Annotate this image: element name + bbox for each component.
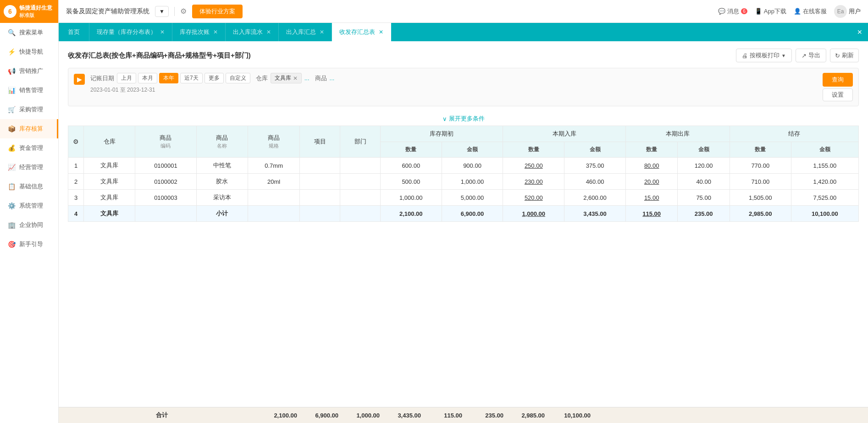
col-goods-name-header: 商品名称 — [196, 126, 248, 158]
filter-expand-btn[interactable]: ▶ — [74, 74, 85, 85]
tab-inventory-dist[interactable]: 现存量（库存分布表） ✕ — [89, 23, 172, 41]
service-label: 在线客服 — [803, 7, 827, 16]
row-in-qty[interactable]: 520.00 — [503, 190, 564, 206]
date-btn-last-month[interactable]: 上月 — [117, 73, 136, 83]
tab-close-icon[interactable]: ✕ — [213, 29, 218, 35]
tab-bar: 首页 现存量（库存分布表） ✕ 库存批次账 ✕ 出入库流水 ✕ 出入库汇总 ✕ … — [59, 23, 868, 41]
page-title: 收发存汇总表(按仓库+商品编码+商品+规格型号+项目+部门) — [68, 51, 251, 60]
sidebar-item-finance[interactable]: 💰 资金管理 — [0, 138, 58, 158]
row-out-qty[interactable]: 80.00 — [625, 158, 678, 174]
tab-home[interactable]: 首页 — [59, 23, 89, 41]
date-btn-this-month[interactable]: 本月 — [138, 73, 157, 83]
warehouse-tag[interactable]: 文具库 ✕ — [271, 73, 302, 83]
warehouse-tag-close[interactable]: ✕ — [293, 75, 298, 82]
message-btn[interactable]: 💬 消息 6 — [718, 7, 747, 16]
table-settings-header[interactable]: ⚙ — [68, 126, 84, 158]
col-closing-header: 结存 — [730, 126, 858, 142]
row-warehouse: 文具库 — [84, 206, 135, 222]
sidebar-item-enterprise[interactable]: 🏢 企业协同 — [0, 215, 58, 235]
tab-close-icon[interactable]: ✕ — [266, 29, 271, 35]
refresh-icon: ↻ — [835, 52, 840, 59]
sidebar-item-guide[interactable]: 🎯 新手引导 — [0, 235, 58, 254]
tab-recv-send[interactable]: 收发存汇总表 ✕ — [332, 23, 391, 41]
sidebar-item-label: 库存核算 — [19, 125, 43, 133]
sidebar-item-sales[interactable]: 📊 销售管理 — [0, 81, 58, 100]
warehouse-more-btn[interactable]: ... — [304, 75, 310, 82]
col-warehouse-header: 仓库 — [84, 126, 135, 158]
row-in-qty[interactable]: 1,000.00 — [503, 206, 564, 222]
row-warehouse: 文具库 — [84, 158, 135, 174]
sidebar-item-quick-nav[interactable]: ⚡ 快捷导航 — [0, 42, 58, 61]
goods-more-btn[interactable]: ... — [330, 75, 335, 82]
sidebar-item-base-info[interactable]: 📋 基础信息 — [0, 177, 58, 196]
date-btn-more[interactable]: 更多 — [205, 73, 224, 83]
dropdown-arrow-icon: ▼ — [159, 8, 165, 15]
warehouse-label: 仓库 — [256, 74, 268, 82]
data-table: ⚙ 仓库 商品编码 商品名称 商品规格 项目 部门 库存期初 本期入库 本期出库… — [68, 126, 859, 222]
tab-home-label: 首页 — [68, 28, 80, 36]
row-in-amt: 2,600.00 — [564, 190, 626, 206]
sidebar-item-label: 系统管理 — [19, 202, 43, 210]
guide-icon: 🎯 — [7, 241, 16, 248]
row-opening-qty: 2,100.00 — [380, 206, 442, 222]
app-download-label: App下载 — [764, 7, 786, 16]
gear-icon[interactable]: ⚙ — [73, 138, 79, 145]
export-btn[interactable]: ↗ 导出 — [796, 49, 826, 62]
sidebar-item-purchase[interactable]: 🛒 采购管理 — [0, 100, 58, 119]
app-sub: 标准版 — [19, 12, 52, 19]
page-container: 收发存汇总表(按仓库+商品编码+商品+规格型号+项目+部门) 🖨 按模板打印 ▼… — [59, 41, 868, 423]
title-actions: 🖨 按模板打印 ▼ ↗ 导出 ↻ 刷新 — [736, 49, 859, 62]
print-btn[interactable]: 🖨 按模板打印 ▼ — [736, 49, 792, 62]
enterprise-icon: 🏢 — [7, 221, 16, 229]
row-out-qty[interactable]: 15.00 — [625, 190, 678, 206]
tab-close-icon[interactable]: ✕ — [160, 29, 165, 35]
sidebar-item-search[interactable]: 🔍 搜索菜单 — [0, 23, 58, 42]
col-opening-amt-header: 金额 — [442, 142, 503, 158]
tab-active-close-icon[interactable]: ✕ — [379, 29, 383, 35]
sidebar-item-label: 采购管理 — [19, 105, 43, 114]
expand-more-row[interactable]: ∨ 展开更多条件 — [68, 112, 859, 126]
tab-bar-close[interactable]: ✕ — [851, 23, 868, 41]
date-range-display: 2023-01-01 至 2023-12-31 — [90, 86, 817, 94]
tab-inout-flow[interactable]: 出入库流水 ✕ — [226, 23, 279, 41]
trial-btn[interactable]: 体验行业方案 — [192, 5, 243, 18]
row-goods-name: 采访本 — [196, 190, 248, 206]
row-in-amt: 375.00 — [564, 158, 626, 174]
tab-inout-summary[interactable]: 出入库汇总 ✕ — [279, 23, 332, 41]
sidebar-item-operations[interactable]: 📈 经营管理 — [0, 158, 58, 177]
row-in-qty[interactable]: 250.00 — [503, 158, 564, 174]
search-btn[interactable]: 查询 — [823, 73, 853, 87]
row-opening-qty: 600.00 — [380, 158, 442, 174]
system-dropdown[interactable]: ▼ — [155, 6, 169, 17]
row-out-qty[interactable]: 20.00 — [625, 174, 678, 190]
footer-in-amt: 3,435.00 — [384, 412, 426, 419]
row-warehouse: 文具库 — [84, 190, 135, 206]
sidebar-item-system[interactable]: ⚙️ 系统管理 — [0, 196, 58, 215]
tab-batch-ledger[interactable]: 库存批次账 ✕ — [172, 23, 226, 41]
gear-settings-icon[interactable]: ⚙ — [180, 7, 187, 16]
sidebar-item-label: 企业协同 — [19, 221, 43, 229]
row-no: 1 — [68, 158, 84, 174]
sidebar-item-label: 经营管理 — [19, 163, 43, 171]
settings-btn[interactable]: 设置 — [823, 88, 853, 101]
sidebar-item-inventory[interactable]: 📦 库存核算 — [0, 119, 58, 138]
row-in-qty[interactable]: 230.00 — [503, 174, 564, 190]
date-btn-custom[interactable]: 自定义 — [226, 73, 250, 83]
col-goods-spec-header: 商品规格 — [248, 126, 299, 158]
row-closing-qty: 710.00 — [730, 174, 791, 190]
app-download-btn[interactable]: 📱 App下载 — [755, 7, 786, 16]
refresh-btn[interactable]: ↻ 刷新 — [830, 49, 859, 62]
row-out-qty[interactable]: 115.00 — [625, 206, 678, 222]
sidebar-item-marketing[interactable]: 📢 营销推广 — [0, 61, 58, 81]
sidebar-item-label: 营销推广 — [19, 67, 43, 75]
online-service-btn[interactable]: 👤 在线客服 — [794, 7, 827, 16]
date-btn-last-7-days[interactable]: 近7天 — [180, 73, 203, 83]
sidebar-item-label: 快捷导航 — [19, 48, 43, 56]
tab-close-icon[interactable]: ✕ — [320, 29, 324, 35]
user-menu[interactable]: Ea 用户 — [834, 5, 861, 18]
row-dept — [340, 190, 381, 206]
footer-opening-amt: 6,900.00 — [302, 412, 343, 419]
goods-filter: 商品 ... — [315, 74, 335, 82]
date-btn-this-year[interactable]: 本年 — [159, 73, 178, 83]
page-title-bar: 收发存汇总表(按仓库+商品编码+商品+规格型号+项目+部门) 🖨 按模板打印 ▼… — [68, 49, 859, 62]
